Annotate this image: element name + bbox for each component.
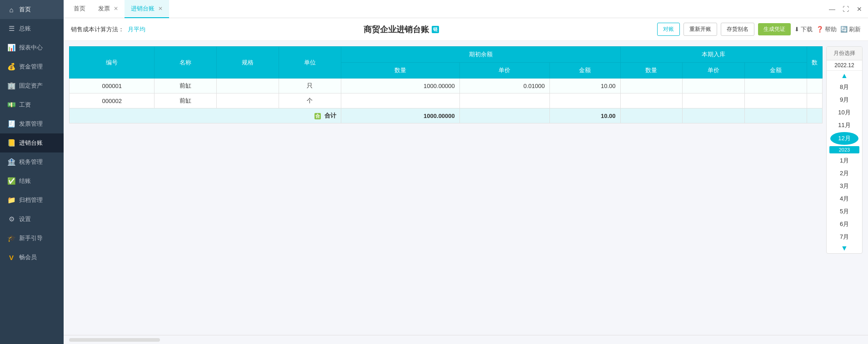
month-item-7[interactable]: 7月 [827,231,862,243]
toolbar-right: 对账 重新开账 存货别名 生成凭证 ⬇ 下载 ❓ 帮助 🔄 刷新 [657,23,861,36]
cell-in-qty [620,93,683,108]
month-item-1[interactable]: 1月 [827,154,862,167]
sidebar-item-guide[interactable]: 🎓 新手引导 [0,229,64,248]
cell-name: 前缸 [155,79,217,93]
window-controls: — ⛶ ✕ [827,4,864,14]
tab-jxtz[interactable]: 进销台账 ✕ [125,0,169,18]
sidebar-item-assets[interactable]: 🏢 固定资产 [0,76,64,95]
sidebar-item-invoice-mgmt[interactable]: 🧾 发票管理 [0,114,64,133]
month-item-6[interactable]: 6月 [827,218,862,231]
month-panel-title: 月份选择 [827,47,862,60]
invoice-mgmt-icon: 🧾 [7,120,15,128]
month-panel: 月份选择 2022.12 ▲ 8月 9月 10月 11月 12月 2023 1月… [826,46,863,254]
sidebar-item-label: 工资 [19,101,31,109]
cell-id: 000002 [70,93,155,108]
total-open-qty: 1000.00000 [341,108,459,123]
sidebar-item-label: 畅会员 [19,253,37,261]
sidebar-item-label: 进销台账 [19,139,43,147]
table-row: 000002 前缸 个 [70,93,823,108]
reconcile-button[interactable]: 对账 [657,23,680,36]
sidebar-item-settle[interactable]: ✅ 结账 [0,172,64,191]
month-item-3[interactable]: 3月 [827,180,862,192]
help-icon: ❓ [816,26,823,33]
cost-method: 销售成本计算方法： 月平均 [71,25,145,34]
sidebar-item-settings[interactable]: ⚙ 设置 [0,210,64,229]
sidebar-item-tax[interactable]: 🏦 税务管理 [0,152,64,172]
table-row: 000001 前缸 只 1000.00000 0.01000 10.00 [70,79,823,93]
month-item-11[interactable]: 11月 [827,119,862,132]
sidebar-item-funds[interactable]: 💰 资金管理 [0,57,64,76]
month-item-12[interactable]: 12月 [830,132,858,145]
sidebar-item-jxtz[interactable]: 📒 进销台账 [0,133,64,152]
month-item-10[interactable]: 10月 [827,106,862,119]
title-link-icon[interactable]: 链 [432,26,439,33]
sidebar-item-label: 首页 [19,5,31,14]
sidebar-item-salary[interactable]: 💵 工资 [0,95,64,114]
total-in-price [683,108,745,123]
total-label: 合 合计 [70,108,341,123]
col-id: 编号 [70,47,155,79]
month-item-2[interactable]: 2月 [827,167,862,180]
month-item-9[interactable]: 9月 [827,93,862,106]
cell-in-price [683,93,745,108]
total-open-price [459,108,549,123]
tab-invoice[interactable]: 发票 ✕ [92,0,125,18]
total-extra [807,108,823,123]
col-open-qty: 数量 [341,63,459,79]
col-unit: 单位 [279,47,341,79]
sidebar-item-vip[interactable]: V 畅会员 [0,248,64,267]
tax-icon: 🏦 [7,158,15,166]
help-button[interactable]: ❓ 帮助 [816,25,837,34]
sidebar: ⌂ 首页 ☰ 总账 📊 报表中心 💰 资金管理 🏢 固定资产 💵 工资 🧾 发票… [0,0,64,344]
close-jxtz-tab[interactable]: ✕ [158,5,163,12]
sidebar-item-ledger[interactable]: ☰ 总账 [0,19,64,38]
sidebar-item-label: 发票管理 [19,120,43,128]
sidebar-item-archive[interactable]: 📁 归档管理 [0,191,64,210]
month-nav-up[interactable]: ▲ [827,71,862,81]
month-item-5[interactable]: 5月 [827,205,862,218]
tab-home[interactable]: 首页 [67,0,92,18]
assets-icon: 🏢 [7,82,15,90]
close-invoice-tab[interactable]: ✕ [114,5,118,12]
generate-voucher-button[interactable]: 生成凭证 [758,23,791,35]
reopen-button[interactable]: 重新开账 [683,23,717,36]
sidebar-item-label: 新手引导 [19,234,43,242]
cell-open-price: 0.01000 [459,79,549,93]
download-button[interactable]: ⬇ 下载 [794,25,813,34]
col-group-period-start: 期初余额 [341,47,620,63]
sidebar-item-label: 总账 [19,25,31,33]
settle-icon: ✅ [7,177,15,185]
content-area: 销售成本计算方法： 月平均 商贸企业进销台账 链 对账 重新开账 存货别名 生成… [64,18,868,344]
col-group-current-in: 本期入库 [620,47,807,63]
cell-open-amount: 10.00 [549,79,620,93]
close-button[interactable]: ✕ [854,4,864,14]
month-nav-down[interactable]: ▼ [827,243,862,253]
ledger-icon: ☰ [7,25,15,33]
cell-id: 000001 [70,79,155,93]
col-open-amount: 金额 [549,63,620,79]
minimize-button[interactable]: — [827,4,837,14]
cell-in-qty [620,79,683,93]
status-bar [64,335,868,344]
col-extra: 数 [807,47,823,79]
tab-bar: 首页 发票 ✕ 进销台账 ✕ — ⛶ ✕ [64,0,868,18]
total-in-amount [745,108,807,123]
total-open-amount: 10.00 [549,108,620,123]
sidebar-item-label: 设置 [19,215,31,223]
sidebar-item-home[interactable]: ⌂ 首页 [0,0,64,19]
sidebar-item-label: 归档管理 [19,196,43,204]
col-in-qty: 数量 [620,63,683,79]
col-name: 名称 [155,47,217,79]
sidebar-item-reports[interactable]: 📊 报表中心 [0,38,64,57]
cell-open-price [459,93,549,108]
col-spec: 规格 [217,47,279,79]
maximize-button[interactable]: ⛶ [841,4,851,14]
total-in-qty [620,108,683,123]
month-item-4[interactable]: 4月 [827,192,862,205]
horizontal-scrollbar[interactable] [69,338,160,342]
refresh-button[interactable]: 🔄 刷新 [840,25,861,34]
save-alias-button[interactable]: 存货别名 [721,23,754,36]
cost-method-label: 销售成本计算方法： [71,25,124,34]
month-item-8[interactable]: 8月 [827,81,862,93]
cell-name: 前缸 [155,93,217,108]
